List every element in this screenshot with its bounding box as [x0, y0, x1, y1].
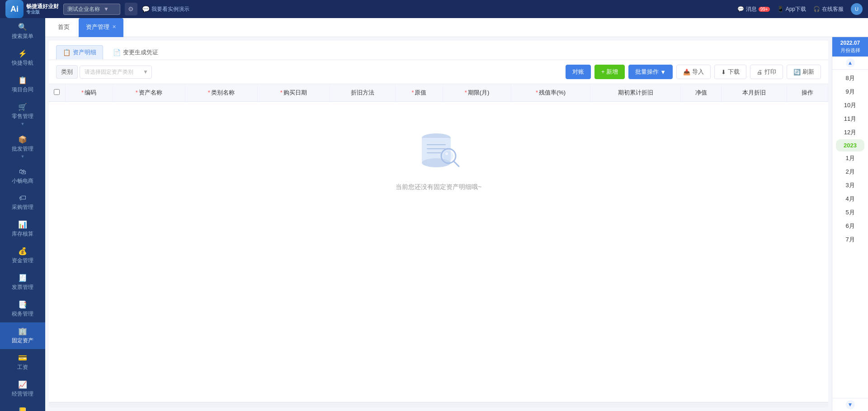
month-selector-header: 2022.07 月份选择 [832, 37, 868, 57]
app-download-btn[interactable]: 📱 App下载 [777, 5, 806, 13]
page-content: 📋 资产明细 📄 变更生成凭证 类别 请选择固定资产类别 [45, 37, 868, 411]
quick-nav-icon: ⚡ [18, 49, 27, 58]
sub-tab-change-voucher[interactable]: 📄 变更生成凭证 [107, 46, 165, 59]
sidebar-item-inventory[interactable]: 📊 库存核算 [0, 216, 45, 242]
sidebar-label-payroll: 工资 [17, 364, 28, 371]
sidebar-item-ledger[interactable]: 📒 总账管理 [0, 402, 45, 411]
month-item[interactable]: 10月 [832, 99, 868, 112]
table-header-row: *编码 *资产名称 *类别名称 *购买日期 折旧方法 *原值 *期限(月) *残… [49, 84, 828, 102]
inventory-icon: 📊 [18, 220, 27, 229]
import-button[interactable]: 📥 导入 [676, 65, 711, 79]
batch-ops-button[interactable]: 批量操作 ▼ [628, 65, 673, 79]
month-item[interactable]: 2月 [832, 165, 868, 179]
sidebar-label-wholesale: 批发管理 [12, 145, 33, 153]
col-depr-method: 折旧方法 [330, 84, 395, 102]
sidebar-item-ecommerce[interactable]: 🛍 小畅电商 [0, 163, 45, 189]
sidebar-item-project[interactable]: 📋 项目合同 [0, 71, 45, 98]
phone-icon: 📱 [777, 6, 784, 12]
sidebar: 🔍 搜索菜单 ⚡ 快捷导航 📋 项目合同 🛒 零售管理 ▼ 📦 批发管理 ▼ 🛍… [0, 18, 45, 411]
sidebar-item-tax[interactable]: 📑 税务管理 [0, 296, 45, 322]
online-service-btn[interactable]: 🎧 在线客服 [813, 5, 844, 13]
demo-link[interactable]: 💬 我要看实例演示 [142, 5, 189, 13]
add-button[interactable]: + 新增 [594, 65, 625, 79]
app-logo-icon: Ai [5, 0, 24, 18]
brand: Ai 畅捷通好业财 专业版 [5, 0, 59, 18]
sidebar-label-finance: 资金管理 [12, 257, 33, 265]
month-item[interactable]: 5月 [832, 206, 868, 219]
download-button[interactable]: ⬇ 下载 [714, 65, 746, 79]
company-selector[interactable]: 测试企业名称 ▼ [63, 4, 120, 15]
month-item[interactable]: 9月 [832, 85, 868, 99]
empty-state: 当前您还没有固定资产明细哦~ [49, 102, 828, 218]
fixed-assets-icon: 🏢 [18, 327, 27, 335]
purchase-icon: 🏷 [19, 194, 26, 202]
month-item[interactable]: 11月 [832, 112, 868, 126]
tax-icon: 📑 [18, 300, 27, 309]
sidebar-item-finance[interactable]: 💰 资金管理 [0, 242, 45, 269]
col-accum-depr: 期初累计折旧 [590, 84, 681, 102]
company-name: 测试企业名称 [67, 5, 100, 13]
category-label: 类别 [56, 65, 78, 79]
wholesale-icon: 📦 [18, 135, 27, 144]
reconcile-button[interactable]: 对账 [566, 65, 591, 79]
table-header: *编码 *资产名称 *类别名称 *购买日期 折旧方法 *原值 *期限(月) *残… [49, 84, 828, 102]
sidebar-label-invoice: 发票管理 [12, 283, 33, 291]
ecommerce-icon: 🛍 [19, 168, 26, 176]
tab-asset-mgmt[interactable]: 资产管理✕ [79, 18, 123, 37]
sidebar-label-retail: 零售管理 [12, 113, 33, 120]
print-icon: 🖨 [757, 69, 763, 76]
month-item[interactable]: 12月 [832, 126, 868, 139]
settings-icon[interactable]: ⚙ [125, 3, 137, 15]
project-icon: 📋 [18, 76, 27, 85]
sub-tab-asset-detail[interactable]: 📋 资产明细 [56, 45, 103, 60]
toolbar-right: 对账 + 新增 批量操作 ▼ 📥 导入 [566, 65, 821, 79]
tabs-bar: 首页资产管理✕ [45, 18, 868, 37]
category-input[interactable]: 请选择固定资产类别 [80, 66, 152, 79]
sidebar-label-search: 搜索菜单 [12, 33, 33, 40]
refresh-button[interactable]: 🔄 刷新 [787, 65, 821, 79]
tab-label-asset-mgmt: 资产管理 [86, 23, 109, 31]
retail-icon: 🛒 [18, 103, 27, 111]
empty-text: 当前您还没有固定资产明细哦~ [396, 183, 481, 191]
sidebar-item-invoice[interactable]: 🧾 发票管理 [0, 269, 45, 296]
month-item[interactable]: 8月 [832, 71, 868, 85]
select-all-checkbox[interactable] [54, 89, 60, 95]
finance-icon: 💰 [18, 247, 27, 255]
sidebar-item-quick-nav[interactable]: ⚡ 快捷导航 [0, 45, 45, 71]
month-item[interactable]: 3月 [832, 179, 868, 192]
table-container[interactable]: *编码 *资产名称 *类别名称 *购买日期 折旧方法 *原值 *期限(月) *残… [49, 84, 828, 402]
download-icon: ⬇ [721, 69, 726, 76]
month-item[interactable]: 6月 [832, 219, 868, 233]
sidebar-item-purchase[interactable]: 🏷 采购管理 [0, 189, 45, 216]
svg-point-7 [443, 151, 453, 161]
month-selector-panel: 2022.07 月份选择 ▲ 8月9月10月11月12月20231月2月3月4月… [832, 37, 868, 411]
invoice-icon: 🧾 [18, 274, 27, 282]
tab-home[interactable]: 首页 [51, 18, 77, 37]
sidebar-item-payroll[interactable]: 💳 工资 [0, 349, 45, 376]
assets-table: *编码 *资产名称 *类别名称 *购买日期 折旧方法 *原值 *期限(月) *残… [49, 84, 828, 102]
operations-icon: 📈 [18, 380, 27, 389]
sidebar-item-fixed-assets[interactable]: 🏢 固定资产 [0, 322, 45, 349]
col-net-value: 净值 [680, 84, 721, 102]
print-button[interactable]: 🖨 打印 [750, 65, 783, 79]
month-nav-down[interactable]: ▼ [846, 400, 855, 409]
sidebar-item-wholesale[interactable]: 📦 批发管理 ▼ [0, 131, 45, 163]
col-category: *类别名称 [185, 84, 257, 102]
sidebar-item-operations[interactable]: 📈 经营管理 [0, 376, 45, 402]
col-period: *期限(月) [443, 84, 511, 102]
current-year-badge: 2023 [836, 139, 864, 151]
message-btn[interactable]: 💬 消息 99+ [737, 5, 770, 13]
month-item[interactable]: 4月 [832, 192, 868, 206]
sidebar-label-project: 项目合同 [12, 86, 33, 94]
tab-close-asset-mgmt[interactable]: ✕ [112, 24, 116, 30]
month-item[interactable]: 7月 [832, 233, 868, 246]
sidebar-label-operations: 经营管理 [12, 390, 33, 398]
month-item[interactable]: 1月 [832, 151, 868, 165]
bottom-scroll-bar[interactable] [49, 402, 828, 407]
sidebar-item-search[interactable]: 🔍 搜索菜单 [0, 18, 45, 45]
sidebar-item-retail[interactable]: 🛒 零售管理 ▼ [0, 98, 45, 131]
empty-illustration [411, 129, 466, 174]
month-nav-up[interactable]: ▲ [846, 58, 855, 67]
user-avatar[interactable]: U [851, 3, 863, 15]
sidebar-label-inventory: 库存核算 [12, 230, 33, 238]
